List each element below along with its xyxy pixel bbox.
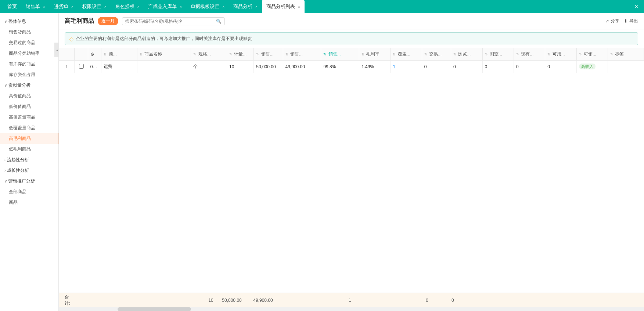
page-title: 高毛利商品 (65, 17, 94, 25)
tag-badge: 高收入 (579, 64, 596, 69)
col-header-spec[interactable]: ⇅ 规格... (191, 48, 227, 61)
export-icon: ⬇ (624, 18, 628, 24)
tab-product-instock[interactable]: 产成品入库单 × (144, 0, 186, 13)
cell-spec (137, 61, 191, 73)
tab-permission[interactable]: 权限设置 × (78, 0, 111, 13)
close-tab-role[interactable]: × (137, 5, 140, 9)
footer-cells: 10 50,000.00 49,900.00 1 0 0 (78, 298, 638, 303)
close-tab-product-instock[interactable]: × (180, 5, 182, 9)
sidebar-item-stock-capital[interactable]: 库存资金占用 (0, 69, 58, 80)
sidebar-item-sales-goods[interactable]: 销售货商品 (0, 27, 58, 37)
arrow-contribution: ∨ (4, 83, 7, 87)
close-tab-permission[interactable]: × (104, 5, 107, 9)
col-header-sales-amt[interactable]: ⇅ 销售... (283, 48, 321, 61)
cell-checkbox[interactable] (75, 61, 88, 73)
sort-icon-stock2: ⇅ (547, 53, 550, 56)
main-container: « ∨ 整体信息 销售货商品 交易过的商品 商品分类助销率 有库存的商品 库存资… (0, 13, 644, 311)
tab-home[interactable]: 首页 (3, 0, 21, 13)
sort-icon-code: ⇅ (104, 53, 107, 56)
table-header-row: ⚙ ⇅ 商... ⇅ 商品名称 ⇅ 规格... (59, 48, 644, 61)
cell-unit: 个 (191, 61, 227, 73)
sidebar-item-goods-category-rate[interactable]: 商品分类助销率 (0, 48, 58, 59)
col-header-browse1[interactable]: ⇅ 浏览... (451, 48, 482, 61)
table-container: ⚙ ⇅ 商... ⇅ 商品名称 ⇅ 规格... (59, 48, 644, 293)
sidebar-item-low-margin[interactable]: 低毛利商品 (0, 144, 58, 155)
sidebar-item-new-goods[interactable]: 新品 (0, 197, 58, 208)
info-banner: ◇ 企业的主要的利润都是这部分商品创造的，可考虑加大推广，同时关注库存是不要出现… (65, 32, 638, 45)
cell-name: 运费 (101, 61, 137, 73)
col-header-code[interactable]: ⇅ 商... (101, 48, 137, 61)
tab-goods-analysis[interactable]: 商品分析 × (229, 0, 262, 13)
col-header-unit[interactable]: ⇅ 计量... (227, 48, 254, 61)
sidebar-collapse-button[interactable]: « (54, 43, 59, 57)
scroll-thumb[interactable] (118, 307, 191, 311)
close-tab-sales[interactable]: × (43, 5, 45, 9)
close-tab-template[interactable]: × (222, 5, 224, 9)
search-icon[interactable]: 🔍 (216, 19, 222, 24)
close-tab-purchase[interactable]: × (71, 5, 73, 9)
arrow-growth: › (4, 169, 6, 173)
sidebar-group-overall[interactable]: ∨ 整体信息 (0, 16, 58, 27)
content-header: 高毛利商品 近一月 🔍 ↗ 分享 ⬇ 导出 (59, 13, 644, 29)
sidebar-item-traded-goods[interactable]: 交易过的商品 (0, 37, 58, 48)
col-header-gear[interactable]: ⚙ (88, 48, 101, 61)
row-checkbox[interactable] (79, 64, 84, 69)
col-header-sales-qty[interactable]: ⇅ 销售... (254, 48, 283, 61)
sort-icon-stock3: ⇅ (579, 53, 582, 56)
sidebar-group-marketing[interactable]: ∨ 营销推广分析 (0, 176, 58, 187)
sidebar-item-low-value[interactable]: 低价值商品 (0, 101, 58, 112)
cell-sales-qty: 10 (227, 61, 254, 73)
cell-num: 1 (59, 61, 75, 73)
search-input[interactable] (125, 19, 214, 24)
col-header-stock3[interactable]: ⇅ 可销... (576, 48, 608, 61)
arrow-trend: › (4, 158, 6, 162)
sort-icon-spec: ⇅ (193, 53, 196, 56)
col-header-stock1[interactable]: ⇅ 现有... (514, 48, 545, 61)
col-header-stock2[interactable]: ⇅ 可用... (545, 48, 576, 61)
sort-icon-stock1: ⇅ (516, 53, 519, 56)
cell-sales-amt: 50,000.00 (254, 61, 283, 73)
footer-total-trade: 1 (327, 298, 351, 303)
col-header-trade[interactable]: ⇅ 交易... (422, 48, 451, 61)
tab-sales-order[interactable]: 销售单 × (21, 0, 50, 13)
scroll-bar[interactable] (59, 307, 644, 311)
share-button[interactable]: ↗ 分享 (605, 18, 619, 24)
tab-template[interactable]: 单据模板设置 × (186, 0, 229, 13)
arrow-overall: ∨ (4, 19, 7, 23)
close-all-button[interactable]: × (632, 3, 641, 10)
tab-role[interactable]: 角色授权 × (111, 0, 144, 13)
tab-goods-analysis-list[interactable]: 商品分析列表 × (262, 0, 305, 13)
col-header-gross-rate[interactable]: ⇅ 毛利率 (359, 48, 390, 61)
cell-browse2: 0 (451, 61, 482, 73)
sort-icon-sales-amt: ⇅ (285, 53, 288, 56)
sidebar-group-contribution[interactable]: ∨ 贡献量分析 (0, 80, 58, 91)
header-actions: ↗ 分享 ⬇ 导出 (605, 18, 638, 24)
cell-gross-rate: 99.8% (321, 61, 359, 73)
close-tab-goods-analysis[interactable]: × (255, 5, 258, 9)
sidebar-item-low-coverage[interactable]: 低覆盖量商品 (0, 123, 58, 133)
footer-label: 合计: (65, 294, 75, 307)
arrow-marketing: ∨ (4, 179, 7, 183)
info-text: 企业的主要的利润都是这部分商品创造的，可考虑加大推广，同时关注库存是不要出现缺货 (76, 36, 252, 42)
col-header-check (75, 48, 88, 61)
trade-link[interactable]: 1 (393, 64, 395, 69)
tab-purchase[interactable]: 进货单 × (50, 0, 78, 13)
sidebar-group-trend[interactable]: › 流趋性分析 (0, 155, 58, 165)
sidebar-item-in-stock-goods[interactable]: 有库存的商品 (0, 59, 58, 69)
col-header-cover[interactable]: ⇅ 覆盖... (391, 48, 422, 61)
col-header-tag[interactable]: ⇅ 标签 (608, 48, 644, 61)
filter-month-button[interactable]: 近一月 (98, 17, 118, 25)
sidebar-item-all-goods[interactable]: 全部商品 (0, 187, 58, 197)
col-header-num (59, 48, 75, 61)
col-header-sales-profit[interactable]: ⇅ 销售... (321, 48, 359, 61)
footer-total-stock2: 0 (428, 298, 454, 303)
close-tab-goods-analysis-list[interactable]: × (298, 5, 300, 9)
sort-icon-tag: ⇅ (610, 53, 613, 56)
sidebar-item-high-value[interactable]: 高价值商品 (0, 91, 58, 101)
col-header-name[interactable]: ⇅ 商品名称 (137, 48, 191, 61)
sidebar-item-high-margin[interactable]: 高毛利商品 (0, 133, 58, 144)
sidebar-group-growth[interactable]: › 成长性分析 (0, 165, 58, 176)
col-header-browse2[interactable]: ⇅ 浏览... (482, 48, 514, 61)
export-button[interactable]: ⬇ 导出 (624, 18, 638, 24)
sidebar-item-high-coverage[interactable]: 高覆盖量商品 (0, 112, 58, 123)
